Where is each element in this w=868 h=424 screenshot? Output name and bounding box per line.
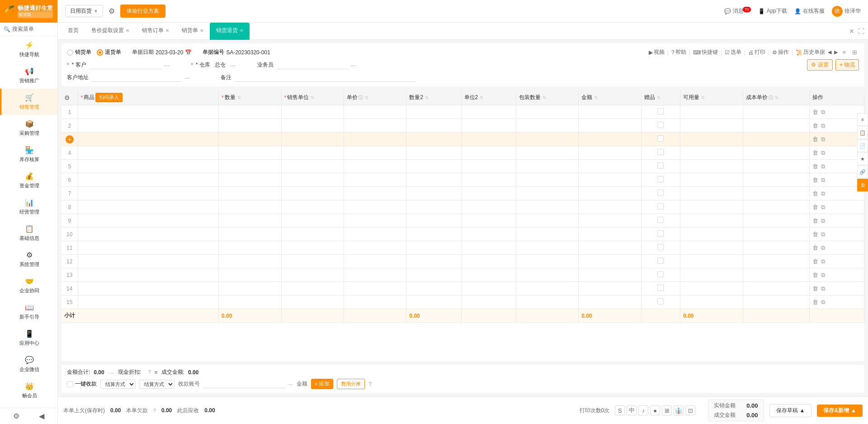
row-unit[interactable] [281,255,344,268]
right-icon-3[interactable]: 📄 [857,139,868,152]
sidebar-item-wechat[interactable]: 💬 企业微信 [0,351,57,377]
row-unit2[interactable] [461,173,516,187]
row-goods[interactable] [78,200,219,214]
row-qty2[interactable] [406,173,461,187]
row-price[interactable] [344,173,406,187]
row-avail[interactable] [680,146,743,160]
row-qty[interactable] [219,187,281,200]
experience-btn[interactable]: 体验行业方案 [120,5,165,18]
history-link[interactable]: 📜 历史单据 [796,48,825,56]
sidebar-item-finance[interactable]: 💰 资金管理 [0,167,57,194]
row-qty2[interactable] [406,119,461,133]
row-avail[interactable] [680,255,743,268]
sidebar-search[interactable]: 🔍 搜索菜单 [0,23,57,36]
delete-icon[interactable]: 🗑 [812,217,818,224]
delete-icon[interactable]: 🗑 [812,136,818,143]
row-pkgqty[interactable] [516,228,578,241]
row-unit2[interactable] [461,146,516,160]
row-avail[interactable] [680,228,743,241]
row-qty2[interactable] [406,187,461,200]
row-gift[interactable] [641,119,680,133]
logistics-btn[interactable]: + 物流 [835,59,859,71]
row-amount[interactable] [579,268,641,282]
online-service-btn[interactable]: 👤 在线客服 [794,7,825,15]
row-gift[interactable] [641,200,680,214]
row-unit2[interactable] [461,255,516,268]
row-amount[interactable] [579,214,641,228]
row-gift[interactable] [641,173,680,187]
fee-help-icon[interactable]: ? [368,381,372,387]
row-price[interactable] [344,187,406,200]
tab-home[interactable]: 首页 [61,23,85,40]
gift-checkbox[interactable] [657,122,664,128]
row-pkgqty[interactable] [516,214,578,228]
table-settings-icon[interactable]: ⚙ [64,94,70,101]
copy-icon[interactable]: ⧉ [821,176,825,184]
gift-checkbox[interactable] [657,176,664,182]
row-avail[interactable] [680,282,743,295]
row-pkgqty[interactable] [516,268,578,282]
gift-sort-icon[interactable]: ⇅ [657,95,660,100]
row-goods[interactable] [78,146,219,160]
copy-icon[interactable]: ⧉ [821,204,825,211]
row-qty2[interactable] [406,214,461,228]
account-method-select[interactable]: 结算方式 [100,380,136,389]
calc-method-select[interactable]: 结算方式 [139,380,175,389]
row-gift[interactable] [641,295,680,309]
row-avail[interactable] [680,214,743,228]
save-new-btn[interactable]: 保存&新增 ▲ [817,405,863,417]
row-qty[interactable] [219,255,281,268]
row-unit[interactable] [281,160,344,173]
row-qty2[interactable] [406,268,461,282]
row-pkgqty[interactable] [516,200,578,214]
row-unit2-active[interactable] [461,133,516,146]
row-price[interactable] [344,268,406,282]
row-cost[interactable] [743,160,809,173]
row-goods[interactable] [78,105,219,119]
row-unit[interactable] [281,295,344,309]
print-link[interactable]: 🖨 打印 [748,48,765,56]
row-gift[interactable] [641,228,680,241]
row-goods[interactable] [78,282,219,295]
sidebar-item-basics[interactable]: 📋 基础信息 [0,220,57,246]
row-cost[interactable] [743,268,809,282]
user-avatar[interactable]: 徐 徐泽华 [832,6,861,17]
settings-bottom-icon[interactable]: ⚙ [13,412,19,420]
row-pkgqty[interactable] [516,105,578,119]
delete-icon[interactable]: 🗑 [812,272,818,278]
video-link[interactable]: ▶ 视频 [649,48,665,56]
row-pkgqty[interactable] [516,173,578,187]
date-value[interactable]: 2023-03-20 [156,49,183,56]
row-pkgqty[interactable] [516,187,578,200]
copy-icon[interactable]: ⧉ [821,149,825,157]
row-amount[interactable] [579,173,641,187]
row-gift[interactable] [641,255,680,268]
row-avail[interactable] [680,187,743,200]
row-qty2[interactable] [406,282,461,295]
sidebar-item-inventory[interactable]: 🏪 库存核算 [0,141,57,167]
row-unit[interactable] [281,173,344,187]
delete-icon[interactable]: 🗑 [812,149,818,156]
balance-info-icon[interactable]: ? [153,408,156,413]
tab-close-icon[interactable]: ✕ [200,28,203,33]
row-pkgqty[interactable] [516,282,578,295]
row-unit[interactable] [281,146,344,160]
copy-icon[interactable]: ⧉ [821,109,825,116]
row-goods[interactable] [78,119,219,133]
row-qty[interactable] [219,200,281,214]
row-amount[interactable] [579,228,641,241]
row-unit[interactable] [281,241,344,255]
row-unit2[interactable] [461,187,516,200]
row-unit-active[interactable] [281,133,344,146]
right-icon-2[interactable]: 📋 [857,126,868,139]
row-amount[interactable] [579,295,641,309]
row-qty2[interactable] [406,105,461,119]
row-qty2-active[interactable] [406,133,461,146]
tool-btn-2[interactable]: 中 [627,405,637,415]
delete-icon[interactable]: 🗑 [812,258,818,265]
row-qty[interactable] [219,228,281,241]
row-unit2[interactable] [461,241,516,255]
copy-icon[interactable]: ⧉ [821,163,825,170]
gift-checkbox[interactable] [657,162,664,169]
one-click-cb[interactable] [67,381,73,387]
